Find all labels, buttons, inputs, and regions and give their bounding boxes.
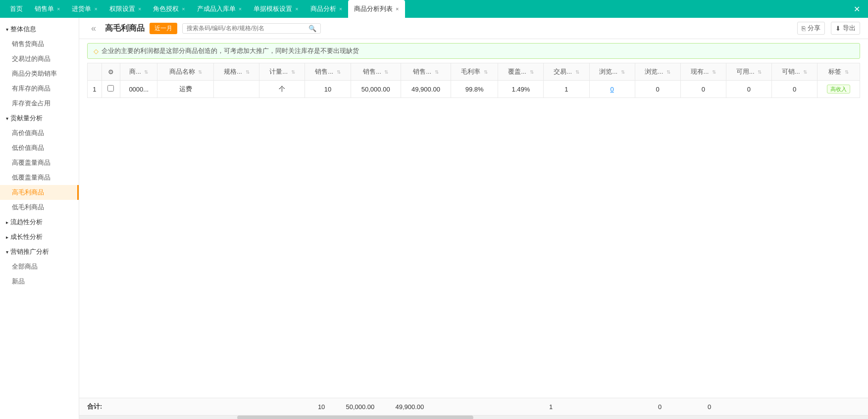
sidebar-item-4-0[interactable]: 全部商品 — [0, 259, 79, 274]
nav-tab-进货单[interactable]: 进货单× — [66, 0, 103, 18]
table-col-browse1[interactable]: 浏览... ⇅ — [589, 63, 635, 81]
sort-icon-browse2[interactable]: ⇅ — [666, 69, 670, 75]
tab-close-icon[interactable]: × — [396, 6, 399, 12]
footer-transaction: 1 — [513, 403, 553, 411]
cell-saleable: 0 — [771, 81, 817, 98]
tab-close-icon[interactable]: × — [295, 6, 298, 12]
sidebar-item-1-4[interactable]: 高毛利商品 — [0, 185, 79, 200]
table-col-unit[interactable]: 计量... ⇅ — [259, 63, 305, 81]
sort-icon-sales_qty[interactable]: ⇅ — [337, 69, 341, 75]
table-col-sales_amount[interactable]: 销售... ⇅ — [351, 63, 401, 81]
table-header-row: ⚙商... ⇅商品名称 ⇅规格... ⇅计量... ⇅销售... ⇅销售... … — [88, 63, 860, 81]
sidebar-item-0-0[interactable]: 销售货商品 — [0, 37, 79, 51]
cell-sales_amount: 50,000.00 — [351, 81, 401, 98]
sidebar-item-0-3[interactable]: 有库存的商品 — [0, 81, 79, 96]
sort-icon-current_stock[interactable]: ⇅ — [712, 69, 716, 75]
tab-close-icon[interactable]: × — [57, 6, 60, 12]
table-col-sales_qty[interactable]: 销售... ⇅ — [305, 63, 351, 81]
row-checkbox[interactable] — [107, 85, 114, 92]
tab-close-icon[interactable]: × — [239, 6, 242, 12]
tab-close-icon[interactable]: × — [138, 6, 141, 12]
sort-icon-sales_amount[interactable]: ⇅ — [384, 69, 388, 75]
nav-tab-商品分析[interactable]: 商品分析× — [305, 0, 348, 18]
sort-icon-gross_margin[interactable]: ⇅ — [484, 69, 488, 75]
sort-icon-spec[interactable]: ⇅ — [246, 69, 250, 75]
cell-coverage: 1.49% — [498, 81, 544, 98]
table-col-available[interactable]: 可用... ⇅ — [726, 63, 771, 81]
nav-tab-产成品入库单[interactable]: 产成品入库单× — [191, 0, 248, 18]
browse-link[interactable]: 0 — [610, 86, 613, 93]
sidebar-item-1-5[interactable]: 低毛利商品 — [0, 200, 79, 215]
sidebar-item-0-1[interactable]: 交易过的商品 — [0, 51, 79, 66]
nav-tab-单据模板设置[interactable]: 单据模板设置× — [248, 0, 304, 18]
sort-icon-browse1[interactable]: ⇅ — [621, 69, 625, 75]
sort-icon-transaction[interactable]: ⇅ — [575, 69, 579, 75]
table-col-current_stock[interactable]: 现有... ⇅ — [680, 63, 726, 81]
sidebar-group-4[interactable]: ▾营销推广分析 — [0, 244, 79, 259]
filter-recent-month-button[interactable]: 近一月 — [150, 23, 177, 34]
sidebar-group-1[interactable]: ▾贡献量分析 — [0, 111, 79, 126]
sidebar-item-0-2[interactable]: 商品分类助销率 — [0, 66, 79, 81]
sidebar-group-0[interactable]: ▾整体信息 — [0, 22, 79, 37]
share-icon: ⎘ — [802, 25, 806, 32]
table-col-coverage[interactable]: 覆盖... ⇅ — [498, 63, 544, 81]
table-col-saleable[interactable]: 可销... ⇅ — [771, 63, 817, 81]
sidebar-item-1-0[interactable]: 高价值商品 — [0, 126, 79, 140]
header-actions: ⎘ 分享 ⬇ 导出 — [797, 22, 860, 35]
table-col-name[interactable]: 商品名称 ⇅ — [157, 63, 214, 81]
main-area: ▾整体信息销售货商品交易过的商品商品分类助销率有库存的商品库存资金占用▾贡献量分… — [0, 18, 868, 419]
share-button[interactable]: ⎘ 分享 — [797, 22, 825, 35]
cell-checkbox[interactable] — [102, 81, 120, 98]
search-icon[interactable]: 🔍 — [308, 25, 316, 32]
sidebar-item-1-3[interactable]: 低覆盖量商品 — [0, 170, 79, 185]
sort-icon-available[interactable]: ⇅ — [758, 69, 762, 75]
sidebar: ▾整体信息销售货商品交易过的商品商品分类助销率有库存的商品库存资金占用▾贡献量分… — [0, 18, 79, 419]
sidebar-toggle-button[interactable]: « — [87, 23, 100, 34]
footer-label: 合计: — [87, 402, 102, 411]
table-col-browse2[interactable]: 浏览... ⇅ — [635, 63, 680, 81]
cell-transaction: 1 — [544, 81, 589, 98]
nav-tab-商品分析列表[interactable]: 商品分析列表× — [348, 0, 405, 18]
nav-tab-权限设置[interactable]: 权限设置× — [103, 0, 147, 18]
table-col-spec[interactable]: 规格... ⇅ — [214, 63, 259, 81]
content-panel: « 高毛利商品 近一月 🔍 ⎘ 分享 ⬇ 导出 ◇ 企业的主要的利润都是这部 — [79, 18, 868, 419]
cell-unit: 个 — [259, 81, 305, 98]
nav-tab-首页[interactable]: 首页 — [4, 0, 29, 18]
sidebar-item-0-4[interactable]: 库存资金占用 — [0, 96, 79, 111]
export-button[interactable]: ⬇ 导出 — [831, 22, 860, 35]
table-col-code[interactable]: 商... ⇅ — [120, 63, 157, 81]
sidebar-item-4-1[interactable]: 新品 — [0, 274, 79, 289]
nav-tab-角色授权[interactable]: 角色授权× — [147, 0, 191, 18]
sidebar-group-3[interactable]: ▸成长性分析 — [0, 230, 79, 244]
tab-close-icon[interactable]: × — [339, 6, 342, 12]
table-col-sales_profit[interactable]: 销售... ⇅ — [401, 63, 451, 81]
cell-tag: 高收入 — [817, 81, 860, 98]
horizontal-scrollbar[interactable] — [79, 415, 868, 419]
sort-icon-unit[interactable]: ⇅ — [291, 69, 295, 75]
sort-icon-coverage[interactable]: ⇅ — [530, 69, 534, 75]
cell-browse1[interactable]: 0 — [589, 81, 635, 98]
nav-tab-销售单[interactable]: 销售单× — [29, 0, 66, 18]
sort-icon-code[interactable]: ⇅ — [144, 69, 148, 75]
table-col-gross_margin[interactable]: 毛利率 ⇅ — [451, 63, 498, 81]
tag-badge: 高收入 — [827, 85, 850, 93]
window-close-button[interactable]: ✕ — [850, 2, 864, 16]
sidebar-group-2[interactable]: ▸流趋性分析 — [0, 215, 79, 230]
sidebar-arrow-icon: ▸ — [6, 234, 8, 240]
table-col-checkbox[interactable]: ⚙ — [102, 63, 120, 81]
tab-close-icon[interactable]: × — [182, 6, 185, 12]
sidebar-item-1-2[interactable]: 高覆盖量商品 — [0, 155, 79, 170]
sort-icon-sales_profit[interactable]: ⇅ — [435, 69, 439, 75]
tab-close-icon[interactable]: × — [94, 6, 97, 12]
sort-icon-tag[interactable]: ⇅ — [845, 69, 849, 75]
table-col-tag[interactable]: 标签 ⇅ — [817, 63, 860, 81]
sort-icon-saleable[interactable]: ⇅ — [803, 69, 807, 75]
sort-icon-name[interactable]: ⇅ — [198, 69, 202, 75]
settings-icon[interactable]: ⚙ — [108, 68, 114, 76]
search-input[interactable] — [187, 25, 308, 32]
table-col-transaction[interactable]: 交易... ⇅ — [544, 63, 589, 81]
scrollbar-thumb[interactable] — [237, 416, 474, 419]
footer-sales-profit: 49,900.00 — [384, 403, 424, 411]
table-col-index[interactable] — [88, 63, 102, 81]
sidebar-item-1-1[interactable]: 低价值商品 — [0, 140, 79, 155]
